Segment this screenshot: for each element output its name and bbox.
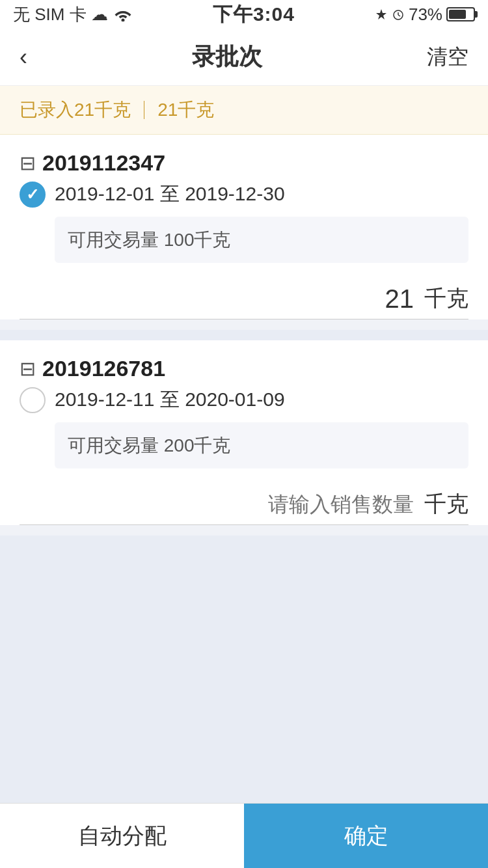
radio-btn-2[interactable] [20, 387, 46, 413]
batch-number-2: 2019126781 [42, 356, 165, 381]
page-title: 录批次 [192, 41, 262, 73]
input-underline-2 [20, 524, 468, 525]
recorded-value: 21千克 [157, 98, 214, 122]
batch-header-1: ⊟ 2019112347 [0, 135, 488, 181]
info-bar: 已录入21千克 21千克 [0, 86, 488, 135]
batch-date-row-1: 2019-12-01 至 2019-12-30 [0, 181, 488, 217]
avail-row-1: 可用交易量 100千克 [55, 217, 468, 263]
bottom-bar: 自动分配 确定 [0, 803, 488, 868]
batch-date-row-2: 2019-12-11 至 2020-01-09 [0, 387, 488, 422]
gray-area [0, 536, 488, 835]
input-row-2: 千克 [0, 479, 488, 519]
qty-underline-1 [20, 319, 468, 319]
battery-pct: 73% [409, 5, 442, 25]
location-icon [375, 8, 388, 21]
back-button[interactable]: ‹ [20, 44, 27, 71]
clear-button[interactable]: 清空 [427, 43, 468, 72]
qty-value-1: 21 [385, 284, 414, 314]
auto-distribute-button[interactable]: 自动分配 [0, 804, 244, 868]
recorded-label: 已录入21千克 [20, 98, 131, 122]
nav-bar: ‹ 录批次 清空 [0, 29, 488, 86]
batch-date-2: 2019-12-11 至 2020-01-09 [55, 387, 285, 413]
status-right: 73% [375, 5, 475, 25]
battery-icon [446, 7, 475, 21]
svg-point-0 [121, 19, 124, 22]
qty-row-1: 21 千克 [0, 273, 488, 314]
batch-icon-2: ⊟ [20, 357, 36, 380]
batch-header-2: ⊟ 2019126781 [0, 340, 488, 387]
alarm-icon [392, 8, 405, 21]
radio-btn-1[interactable] [20, 182, 46, 208]
batch-card-2: ⊟ 2019126781 2019-12-11 至 2020-01-09 可用交… [0, 340, 488, 525]
batch-card-1: ⊟ 2019112347 2019-12-01 至 2019-12-30 可用交… [0, 135, 488, 319]
input-unit-2: 千克 [424, 489, 468, 519]
confirm-button[interactable]: 确定 [244, 804, 488, 868]
qty-input-2[interactable] [219, 493, 414, 517]
signal-text: 无 SIM 卡 ☁ [13, 3, 108, 26]
batch-icon-1: ⊟ [20, 152, 36, 174]
status-time: 下午3:04 [213, 1, 295, 28]
batch-number-1: 2019112347 [42, 150, 165, 176]
section-separator [0, 330, 488, 340]
svg-line-3 [398, 15, 400, 16]
avail-row-2: 可用交易量 200千克 [55, 422, 468, 468]
info-divider [144, 101, 144, 119]
batch-date-1: 2019-12-01 至 2019-12-30 [55, 181, 285, 208]
avail-text-1: 可用交易量 100千克 [68, 230, 231, 250]
qty-unit-1: 千克 [424, 284, 468, 314]
status-left: 无 SIM 卡 ☁ [13, 3, 133, 26]
avail-text-2: 可用交易量 200千克 [68, 435, 231, 455]
status-bar: 无 SIM 卡 ☁ 下午3:04 73% [0, 0, 488, 29]
wifi-icon [113, 7, 133, 21]
